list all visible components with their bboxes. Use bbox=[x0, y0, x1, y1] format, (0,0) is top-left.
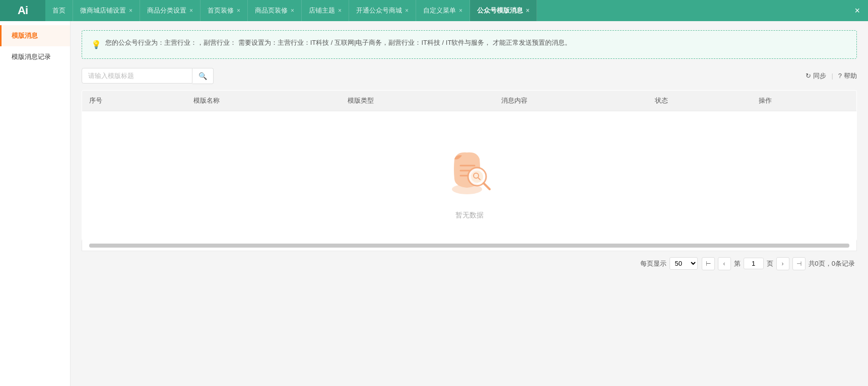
nav-tab-product-category[interactable]: 商品分类设置× bbox=[140, 0, 201, 21]
search-button[interactable]: 🔍 bbox=[192, 68, 214, 84]
tab-close-home-decor[interactable]: × bbox=[237, 7, 240, 14]
tab-close-product-decor[interactable]: × bbox=[291, 7, 294, 14]
notice-prefix: 您的公众号行业为：主营行业：，副营行业： bbox=[105, 39, 236, 46]
prev-page-button[interactable]: ‹ bbox=[718, 257, 731, 270]
tab-close-open-mall[interactable]: × bbox=[405, 7, 409, 14]
total-info: 共0页，0条记录 bbox=[809, 259, 855, 268]
tab-label: 开通公众号商城 bbox=[356, 6, 402, 15]
nav-tab-shop-theme[interactable]: 店铺主题× bbox=[302, 0, 349, 21]
next-page-button[interactable]: › bbox=[776, 257, 789, 270]
page-label-before: 第 bbox=[734, 259, 741, 268]
tab-label: 首页 bbox=[52, 6, 65, 15]
tab-close-product-category[interactable]: × bbox=[189, 7, 193, 14]
col-header-action: 操作 bbox=[752, 90, 856, 111]
sidebar-item-template-msg-record[interactable]: 模版消息记录 bbox=[0, 46, 70, 67]
tab-label: 首页装修 bbox=[208, 6, 234, 15]
close-all-button[interactable]: × bbox=[846, 6, 868, 16]
main-layout: 模版消息模版消息记录 💡 您的公众号行业为：主营行业：，副营行业： 需要设置为：… bbox=[0, 21, 868, 386]
nav-tab-open-mall[interactable]: 开通公众号商城× bbox=[349, 0, 416, 21]
col-header-index: 序号 bbox=[82, 90, 187, 111]
nav-tab-product-decor[interactable]: 商品页装修× bbox=[248, 0, 302, 21]
tab-label: 自定义菜单 bbox=[423, 6, 456, 15]
sidebar: 模版消息模版消息记录 bbox=[0, 21, 71, 386]
sync-icon: ↻ bbox=[806, 72, 811, 80]
tab-close-weshop-settings[interactable]: × bbox=[129, 7, 132, 14]
first-page-button[interactable]: ⊢ bbox=[702, 257, 715, 270]
svg-point-5 bbox=[471, 171, 483, 183]
tab-label: 公众号模版消息 bbox=[477, 6, 523, 15]
col-header-type: 模版类型 bbox=[341, 90, 494, 111]
nav-tab-home-decor[interactable]: 首页装修× bbox=[201, 0, 248, 21]
col-header-name: 模版名称 bbox=[186, 90, 340, 111]
right-tools: ↻ 同步 | ? 帮助 bbox=[806, 71, 857, 81]
per-page-dropdown[interactable]: 102050100 bbox=[670, 257, 698, 270]
svg-line-6 bbox=[484, 183, 490, 189]
per-page-label: 每页显示 bbox=[640, 259, 666, 268]
help-label: 帮助 bbox=[844, 71, 857, 81]
help-icon: ? bbox=[838, 72, 842, 80]
tab-label: 微商城店铺设置 bbox=[80, 6, 126, 15]
tab-label: 店铺主题 bbox=[309, 6, 335, 15]
nav-tab-weshop-settings[interactable]: 微商城店铺设置× bbox=[73, 0, 140, 21]
tab-close-template-msg[interactable]: × bbox=[526, 7, 529, 14]
page-label-after: 页 bbox=[767, 259, 773, 268]
tab-close-custom-menu[interactable]: × bbox=[459, 7, 462, 14]
divider: | bbox=[831, 72, 833, 80]
empty-text: 暂无数据 bbox=[455, 211, 484, 220]
page-nav: ⊢ ‹ 第 页 › ⊣ 共0页，0条记录 bbox=[702, 257, 855, 270]
notice-highlight: 需要设置为：主营行业：IT科技 / 互联网|电子商务，副营行业：IT科技 / I… bbox=[238, 39, 491, 46]
search-input[interactable] bbox=[82, 68, 192, 84]
top-nav: Ai 首页微商城店铺设置×商品分类设置×首页装修×商品页装修×店铺主题×开通公众… bbox=[0, 0, 868, 21]
empty-state-cell: 暂无数据 bbox=[82, 111, 857, 240]
nav-tabs: 首页微商城店铺设置×商品分类设置×首页装修×商品页装修×店铺主题×开通公众号商城… bbox=[45, 0, 846, 21]
nav-tab-custom-menu[interactable]: 自定义菜单× bbox=[416, 0, 470, 21]
data-table: 序号模版名称模版类型消息内容状态操作 bbox=[82, 90, 857, 241]
tab-label: 商品分类设置 bbox=[147, 6, 186, 15]
search-icon: 🔍 bbox=[198, 72, 207, 80]
page-number-input[interactable] bbox=[744, 258, 764, 269]
empty-icon bbox=[439, 141, 500, 202]
horizontal-scrollbar[interactable] bbox=[89, 244, 849, 248]
nav-tab-home[interactable]: 首页 bbox=[45, 0, 73, 21]
tab-close-shop-theme[interactable]: × bbox=[338, 7, 342, 14]
last-page-button[interactable]: ⊣ bbox=[792, 257, 806, 270]
col-header-content: 消息内容 bbox=[494, 90, 648, 111]
search-bar: 🔍 ↻ 同步 | ? 帮助 bbox=[82, 68, 857, 84]
logo: Ai bbox=[0, 0, 45, 21]
sidebar-item-template-msg[interactable]: 模版消息 bbox=[0, 25, 70, 46]
sync-button[interactable]: ↻ 同步 bbox=[806, 71, 826, 81]
nav-tab-template-msg[interactable]: 公众号模版消息× bbox=[470, 0, 537, 21]
content-area: 💡 您的公众号行业为：主营行业：，副营行业： 需要设置为：主营行业：IT科技 /… bbox=[71, 21, 868, 386]
empty-state: 暂无数据 bbox=[82, 111, 856, 240]
tab-label: 商品页装修 bbox=[255, 6, 288, 15]
pagination: 每页显示 102050100 ⊢ ‹ 第 页 › ⊣ 共0页，0条记录 bbox=[82, 251, 857, 272]
scrollbar-row bbox=[82, 241, 857, 251]
help-button[interactable]: ? 帮助 bbox=[838, 71, 857, 81]
bulb-icon: 💡 bbox=[91, 38, 101, 51]
per-page-select: 每页显示 102050100 bbox=[640, 257, 698, 270]
scrollbar-thumb bbox=[89, 244, 849, 248]
notice-content: 您的公众号行业为：主营行业：，副营行业： 需要设置为：主营行业：IT科技 / 互… bbox=[105, 38, 571, 48]
notice-banner: 💡 您的公众号行业为：主营行业：，副营行业： 需要设置为：主营行业：IT科技 /… bbox=[82, 30, 857, 59]
col-header-status: 状态 bbox=[648, 90, 752, 111]
logo-text: Ai bbox=[18, 4, 28, 17]
notice-suffix: 才能正常发送预置的消息。 bbox=[493, 39, 571, 46]
sync-label: 同步 bbox=[813, 71, 826, 81]
